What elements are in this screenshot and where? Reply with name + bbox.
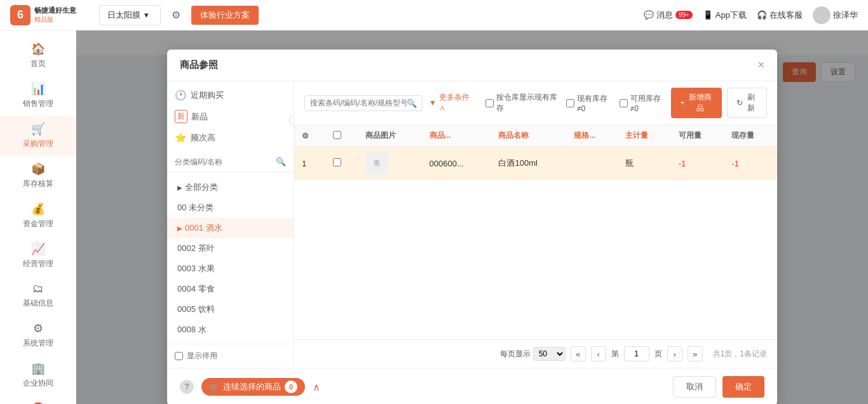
category-item-00[interactable]: 00 未分类 — [167, 198, 294, 218]
guide-icon: 🎯 — [31, 401, 45, 404]
category-search-input[interactable] — [175, 158, 276, 166]
user-area[interactable]: 徐泽华 — [813, 6, 858, 24]
notifications-btn[interactable]: 💬 消息 99+ — [644, 10, 693, 21]
arrow-icon-active: ▶ — [177, 225, 182, 232]
online-service-btn[interactable]: 🎧 在线客服 — [757, 10, 803, 21]
headset-icon: 🎧 — [757, 10, 767, 20]
main-content: 查询 设置 商品参照 × 🕐 近期购买 — [76, 30, 868, 404]
arrow-icon: ▶ — [177, 184, 182, 191]
app-download-btn[interactable]: 📱 App下载 — [703, 10, 747, 21]
table-header-row: ⚙ 商品图片 商品... 商品名称 规格... 主计量 可用量 现存量 — [294, 125, 777, 147]
category-item-0003[interactable]: 0003 水果 — [167, 259, 294, 279]
filter-btn[interactable]: ▼ 更多条件 ∧ — [429, 92, 474, 114]
page-size-select[interactable]: 50 100 200 — [533, 347, 566, 361]
table-row[interactable]: 1 图 000600... 白酒100ml 瓶 -1 — [294, 147, 777, 180]
category-item-all[interactable]: ▶ 全部分类 — [167, 177, 294, 198]
new-icon: 新 — [175, 110, 187, 123]
category-item-0004[interactable]: 0004 零食 — [167, 279, 294, 299]
search-submit-icon[interactable]: 🔍 — [407, 98, 417, 108]
sidebar-item-basic-info[interactable]: 🗂 基础信息 — [0, 276, 76, 315]
prev-page-btn[interactable]: ‹ — [591, 346, 606, 361]
sidebar-item-purchase[interactable]: 🛒 采购管理 — [0, 116, 76, 156]
row-checkbox[interactable] — [333, 158, 341, 166]
checkbox-stock-neq0[interactable]: 现有库存≠0 — [566, 93, 612, 113]
col-spec: 规格... — [566, 125, 618, 147]
display-disabled-checkbox[interactable] — [175, 352, 183, 360]
high-freq-link[interactable]: ⭐ 频次高 — [167, 129, 294, 147]
modal-header: 商品参照 × — [167, 50, 777, 81]
toolbar-action-btns: + 新增商品 ↻ 刷新 — [671, 88, 767, 118]
purchase-icon: 🛒 — [31, 122, 45, 136]
checkbox-stock-input[interactable] — [566, 99, 574, 107]
new-product-link[interactable]: 新 新品 — [167, 107, 294, 126]
home-icon: 🏠 — [31, 42, 45, 56]
select-all-checkbox[interactable] — [333, 131, 341, 139]
cell-code: 000600... — [422, 147, 491, 180]
col-settings: ⚙ — [294, 125, 325, 147]
col-stock: 现存量 — [724, 125, 777, 147]
plus-icon: + — [680, 98, 684, 107]
category-item-0002[interactable]: 0002 茶叶 — [167, 238, 294, 259]
cancel-btn[interactable]: 取消 — [673, 376, 716, 398]
checkbox-available-neq0[interactable]: 可用库存≠0 — [620, 93, 665, 113]
sidebar-item-inventory[interactable]: 📦 库存核算 — [0, 156, 76, 196]
cell-img: 图 — [358, 147, 421, 180]
refresh-btn[interactable]: ↻ 刷新 — [727, 88, 767, 118]
operation-icon: 📈 — [31, 242, 45, 256]
sidebar-item-finance[interactable]: 💰 资金管理 — [0, 196, 76, 236]
next-page-btn[interactable]: › — [667, 346, 682, 361]
product-reference-modal: 商品参照 × 🕐 近期购买 新 新品 — [167, 50, 777, 404]
col-name: 商品名称 — [491, 125, 566, 147]
sidebar-item-system[interactable]: ⚙ 系统管理 — [0, 315, 76, 355]
product-table: ⚙ 商品图片 商品... 商品名称 规格... 主计量 可用量 现存量 — [294, 125, 777, 180]
search-icon[interactable]: 🔍 — [276, 157, 286, 166]
refresh-icon: ↻ — [736, 98, 743, 107]
experience-btn[interactable]: 体验行业方案 — [191, 6, 259, 25]
cell-available: -1 — [671, 147, 724, 180]
checkbox-available-input[interactable] — [620, 99, 628, 107]
first-page-btn[interactable]: « — [571, 346, 586, 361]
sidebar-item-operation[interactable]: 📈 经营管理 — [0, 236, 76, 276]
logo-icon: 6 — [10, 5, 31, 25]
content-panel: 🔍 ▼ 更多条件 ∧ 按仓库显示现有库存 — [294, 81, 777, 368]
product-img: 图 — [365, 152, 388, 175]
nav-right: 💬 消息 99+ 📱 App下载 🎧 在线客服 徐泽华 — [644, 6, 858, 24]
finance-icon: 💰 — [31, 202, 45, 216]
cell-unit: 瓶 — [618, 147, 671, 180]
col-checkbox — [325, 125, 358, 147]
category-item-0005[interactable]: 0005 饮料 — [167, 299, 294, 320]
product-search-input[interactable] — [310, 98, 407, 107]
checkbox-warehouse[interactable]: 按仓库显示现有库存 — [485, 92, 559, 114]
category-item-0001[interactable]: ▶ 0001 酒水 — [167, 218, 294, 238]
filter-icon: ▼ — [429, 98, 437, 107]
nav-dropdown[interactable]: 日太阳膜 ▾ — [99, 5, 161, 25]
recent-purchase-link[interactable]: 🕐 近期购买 — [167, 86, 294, 104]
sales-icon: 📊 — [31, 82, 45, 96]
last-page-btn[interactable]: » — [688, 346, 703, 361]
gear-button[interactable]: ⚙ — [166, 5, 186, 25]
cell-checkbox — [325, 147, 358, 180]
cell-name: 白酒100ml — [491, 147, 566, 180]
sidebar-item-sales[interactable]: 📊 销售管理 — [0, 76, 76, 116]
chevron-down-icon: ▾ — [144, 10, 149, 20]
sidebar-item-guide[interactable]: 🎯 新手引导 — [0, 395, 76, 404]
modal-footer: ? 🛒 连续选择的商品 0 ∧ 取消 确定 — [167, 368, 777, 404]
product-search-box: 🔍 — [304, 95, 423, 111]
enterprise-icon: 🏢 — [31, 361, 45, 375]
modal-close-btn[interactable]: × — [757, 58, 764, 72]
confirm-btn[interactable]: 确定 — [722, 376, 764, 398]
sidebar-item-enterprise[interactable]: 🏢 企业协同 — [0, 355, 76, 395]
logo-text: 畅捷通好生意 精品版 — [34, 6, 76, 24]
help-btn[interactable]: ? — [180, 380, 194, 394]
page-input[interactable] — [624, 346, 649, 361]
footer-collapse-btn[interactable]: ∧ — [313, 381, 320, 393]
cart-area[interactable]: 🛒 连续选择的商品 0 — [201, 378, 305, 396]
checkbox-warehouse-input[interactable] — [485, 99, 494, 107]
category-item-0008[interactable]: 0008 水 — [167, 320, 294, 340]
sidebar-item-home[interactable]: 🏠 首页 — [0, 36, 76, 76]
toolbar: 🔍 ▼ 更多条件 ∧ 按仓库显示现有库存 — [294, 81, 777, 125]
page-size-area: 每页显示 50 100 200 — [500, 347, 566, 361]
sidebar: 🏠 首页 📊 销售管理 🛒 采购管理 📦 库存核算 💰 资金管理 📈 经营管理 … — [0, 30, 76, 404]
star-icon: ⭐ — [175, 132, 187, 144]
add-product-btn[interactable]: + 新增商品 — [671, 88, 721, 118]
